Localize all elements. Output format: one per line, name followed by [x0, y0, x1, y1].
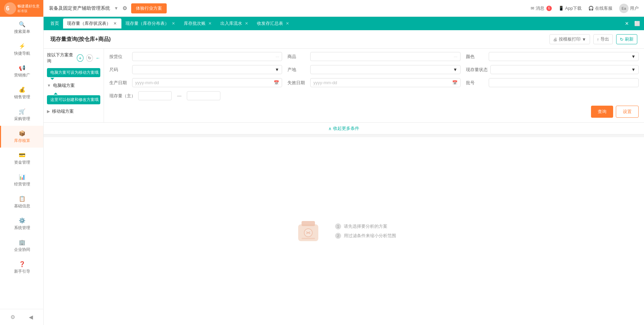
business-nav-icon: 📊 [19, 173, 25, 180]
sidebar-item-guide[interactable]: ❓ 新手引导 [0, 257, 43, 278]
collapse-button[interactable]: ∧ 收起更多条件 [328, 125, 359, 131]
size-select[interactable]: ▼ [132, 65, 282, 74]
sidebar-item-company[interactable]: 🏢 企业协同 [0, 235, 43, 257]
sidebar: 6 畅捷通好生意 标准版 🔍 搜索菜单 ⚡ 快捷导航 📢 营销推广 💰 销售管理… [0, 0, 44, 325]
sidebar-item-purchase[interactable]: 🛒 采购管理 [0, 104, 43, 126]
stock-main-from-input[interactable] [138, 91, 172, 100]
tab-close-inventory-status[interactable]: ✕ [113, 21, 117, 26]
sidebar-bottom: ⚙ ◀ [0, 309, 43, 325]
produce-date-placeholder: yyyy-mm-dd [135, 80, 159, 85]
stock-status-select[interactable]: ▼ [490, 65, 639, 74]
user-action[interactable]: Ea 用户 [619, 4, 639, 13]
tab-in-out-flow[interactable]: 出入库流水 ✕ [216, 18, 253, 29]
tab-inventory-status[interactable]: 现存量（库存状况表） ✕ [63, 18, 121, 29]
message-action[interactable]: ✉ 消息 6 [531, 5, 552, 11]
tab-batch-ledger[interactable]: 库存批次账 ✕ [180, 18, 216, 29]
warehouse-select[interactable]: ··· [132, 52, 282, 61]
app-download-action[interactable]: 📱 App下载 [558, 5, 582, 11]
expire-date-calendar-icon[interactable]: 📅 [452, 80, 458, 85]
sidebar-item-system[interactable]: ⚙️ 系统管理 [0, 213, 43, 235]
goods-select[interactable]: ··· [310, 52, 460, 61]
refresh-button[interactable]: ↻ 刷新 [616, 34, 637, 44]
sidebar-item-basic[interactable]: 📋 基础信息 [0, 191, 43, 213]
stock-main-label: 现存量（主） [109, 93, 136, 99]
refresh-icon: ↻ [620, 37, 624, 42]
tab-recv-summary[interactable]: 收发存汇总表 ✕ [253, 18, 294, 29]
tab-close-all-icon[interactable]: ✕ [624, 19, 630, 28]
tab-inventory-dist[interactable]: 现存量（库存分布表） ✕ [121, 18, 180, 29]
sidebar-item-sales[interactable]: 💰 销售管理 [0, 82, 43, 104]
tab-close-recv-summary[interactable]: ✕ [285, 21, 290, 26]
filter-label: 按以下方案查询 [47, 52, 74, 64]
sidebar-item-business[interactable]: 📊 经营管理 [0, 169, 43, 191]
scheme-item-pc[interactable]: ▼ 电脑端方案 [47, 81, 100, 90]
batch-input[interactable] [489, 78, 639, 87]
search-nav-icon: 🔍 [19, 21, 25, 28]
page-title: 现存量查询(按仓库+商品) [50, 36, 111, 43]
scheme-item-mobile[interactable]: ▶ 移动端方案 [47, 107, 100, 116]
print-icon: 🖨 [553, 37, 557, 42]
filter-field-size: 尺码 ▼ [109, 65, 282, 74]
system-dropdown-icon[interactable]: ▼ [114, 6, 118, 11]
logo-icon: 6 [4, 2, 16, 14]
scheme-group-mobile: ▶ 移动端方案 [47, 107, 100, 116]
tab-close-batch-ledger[interactable]: ✕ [208, 21, 212, 26]
trial-button[interactable]: 体验行业方案 [131, 3, 167, 13]
template-print-button[interactable]: 🖨 按模板打印 ▼ [549, 34, 590, 44]
expire-date-input[interactable]: yyyy-mm-dd 📅 [310, 78, 460, 87]
settings-icon[interactable]: ⚙ [122, 5, 127, 11]
basic-nav-icon: 📋 [19, 195, 25, 202]
scheme-group-pc: ▼ 电脑端方案 [47, 81, 100, 90]
collapse-up-icon: ∧ [328, 126, 332, 131]
refresh-scheme-button[interactable]: ↻ [86, 54, 93, 62]
produce-date-calendar-icon[interactable]: 📅 [274, 80, 279, 85]
filter-field-stock-status: 现存量状态 ▼ [466, 65, 639, 74]
batch-label: 批号 [466, 80, 486, 86]
sidebar-item-quick[interactable]: ⚡ 快捷导航 [0, 39, 43, 60]
produce-date-input[interactable]: yyyy-mm-dd 📅 [132, 78, 282, 87]
export-button[interactable]: ↑ 导出 [593, 34, 613, 44]
company-nav-icon: 🏢 [19, 239, 25, 246]
tab-close-inventory-dist[interactable]: ✕ [171, 21, 176, 26]
tab-maximize-icon[interactable]: ⬜ [633, 19, 641, 28]
svg-rect-3 [302, 221, 315, 226]
empty-state: 1 请先选择要分析的方案 2 用过滤条件来缩小分析范围 [44, 137, 644, 325]
filter-row-3: 生产日期 yyyy-mm-dd 📅 失效日期 yyyy-mm-dd 📅 [109, 78, 639, 87]
system-name: 装备及固定资产辅助管理系统 [49, 5, 110, 11]
tooltip2-close-icon[interactable]: ✕ [101, 98, 104, 102]
settings-bottom-icon[interactable]: ⚙ [9, 313, 16, 322]
goods-dots-icon: ··· [454, 54, 458, 59]
logo-text: 畅捷通好生意 标准版 [17, 4, 40, 13]
sidebar-item-finance[interactable]: 💳 资金管理 [0, 148, 43, 169]
empty-tip-2: 2 用过滤条件来缩小分析范围 [335, 233, 396, 239]
support-action[interactable]: 🎧 在线客服 [588, 5, 612, 11]
origin-select[interactable]: ▼ [310, 65, 460, 74]
add-scheme-button[interactable]: + [77, 54, 84, 62]
stock-main-to-input[interactable] [187, 91, 220, 100]
tooltip-popup-2: 这里可以创建和修改方案哦 ✕ [47, 95, 100, 104]
sidebar-item-marketing[interactable]: 📢 营销推广 [0, 60, 43, 82]
sidebar-item-search[interactable]: 🔍 搜索菜单 [0, 17, 43, 39]
tab-close-in-out-flow[interactable]: ✕ [244, 21, 249, 26]
message-badge: 6 [546, 6, 552, 11]
filter-row-2: 尺码 ▼ 产地 ▼ [109, 65, 639, 74]
search-button[interactable]: 查询 [591, 106, 613, 118]
tooltip-popup-1: 电脑方案可设为移动方案哦 ✕ [47, 68, 100, 77]
tip-num-1: 1 [335, 223, 341, 229]
goods-label: 商品 [287, 54, 308, 60]
page-content: 现存量查询(按仓库+商品) 🖨 按模板打印 ▼ ↑ 导出 ↻ 刷新 [44, 30, 644, 325]
arrow-left-icon[interactable]: ← [96, 55, 100, 61]
reset-button[interactable]: 设置 [616, 106, 639, 118]
headset-icon: 🎧 [588, 6, 594, 11]
collapse-sidebar-icon[interactable]: ◀ [28, 313, 34, 322]
tip-num-2: 2 [335, 233, 341, 239]
header-left: 装备及固定资产辅助管理系统 ▼ ⚙ 体验行业方案 [49, 3, 167, 13]
color-select[interactable]: ▼ [489, 52, 639, 61]
sidebar-item-inventory[interactable]: 📦 库存核算 [0, 126, 43, 148]
tooltip1-close-icon[interactable]: ✕ [101, 70, 104, 75]
svg-rect-7 [302, 238, 315, 239]
tab-home[interactable]: 首页 [46, 18, 63, 29]
avatar: Ea [619, 4, 629, 13]
inventory-nav-icon: 📦 [19, 130, 25, 137]
tooltip2-arrow [54, 93, 58, 95]
